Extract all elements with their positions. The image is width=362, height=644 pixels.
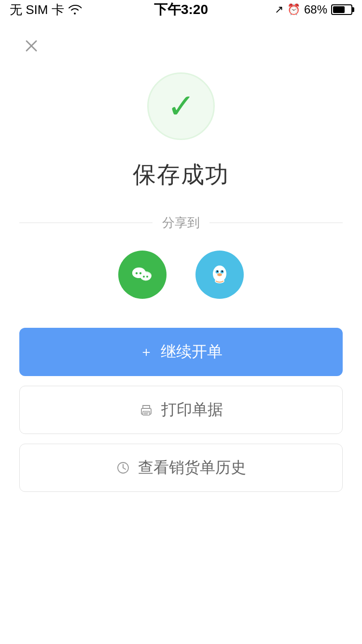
clock-icon <box>116 461 130 475</box>
clock-svg <box>116 461 130 475</box>
battery-text: 68% <box>304 3 327 16</box>
svg-point-19 <box>217 270 219 272</box>
action-buttons: ＋ 继续开单 打印单据 <box>19 328 343 492</box>
status-indicators: ↗ ⏰ 68% <box>275 3 352 16</box>
print-label: 打印单据 <box>161 399 223 420</box>
battery-icon <box>331 4 352 15</box>
checkmark-icon: ✓ <box>167 89 195 123</box>
success-icon-circle: ✓ <box>147 72 215 140</box>
status-bar: 无 SIM 卡 下午3:20 ↗ ⏰ 68% <box>0 0 362 19</box>
location-icon: ↗ <box>275 3 283 16</box>
svg-point-8 <box>140 273 151 281</box>
plus-icon: ＋ <box>139 343 153 361</box>
wechat-icon <box>128 260 157 289</box>
qq-share-button[interactable] <box>195 251 244 299</box>
alarm-icon: ⏰ <box>287 3 300 16</box>
continue-label: 继续开单 <box>161 341 223 363</box>
wechat-share-button[interactable] <box>118 251 167 299</box>
wifi-icon <box>68 5 82 14</box>
status-time: 下午3:20 <box>154 0 208 19</box>
close-icon <box>24 39 39 53</box>
share-icons-container <box>118 251 244 299</box>
share-label: 分享到 <box>162 214 200 231</box>
svg-point-12 <box>146 276 148 278</box>
status-carrier: 无 SIM 卡 <box>10 1 82 18</box>
svg-rect-24 <box>143 411 150 415</box>
svg-point-10 <box>139 272 141 274</box>
history-button[interactable]: 查看销货单历史 <box>19 444 343 492</box>
svg-point-21 <box>217 273 222 276</box>
battery-fill <box>333 6 345 13</box>
svg-point-20 <box>222 270 223 272</box>
print-button[interactable]: 打印单据 <box>19 386 343 434</box>
divider-right <box>209 223 343 223</box>
qq-icon <box>205 260 234 289</box>
divider-left <box>19 223 153 223</box>
carrier-text: 无 SIM 卡 <box>10 1 64 18</box>
svg-line-29 <box>123 468 125 469</box>
share-divider: 分享到 <box>19 214 343 231</box>
close-button[interactable] <box>19 34 43 58</box>
continue-button[interactable]: ＋ 继续开单 <box>19 328 343 376</box>
svg-point-9 <box>136 272 138 274</box>
success-title: 保存成功 <box>133 159 229 190</box>
printer-icon <box>139 403 153 417</box>
svg-point-11 <box>143 276 145 278</box>
history-label: 查看销货单历史 <box>138 457 246 478</box>
main-content: ✓ 保存成功 分享到 <box>0 19 362 506</box>
printer-svg <box>139 403 153 417</box>
